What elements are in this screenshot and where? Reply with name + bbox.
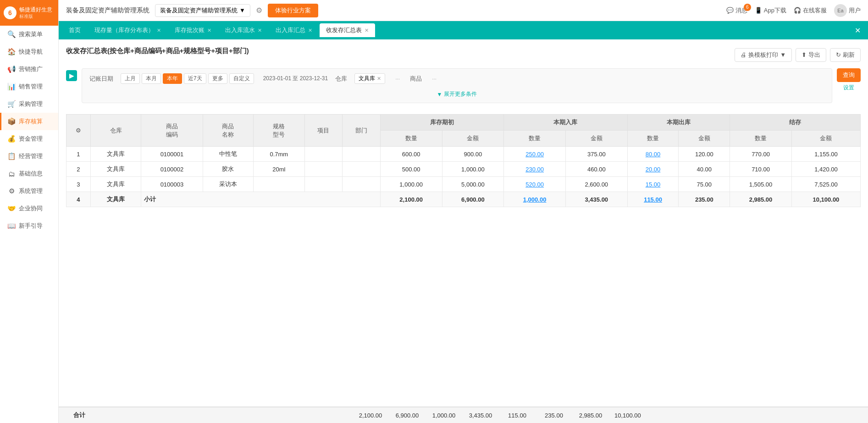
online-service-label: 在线客服 (803, 6, 827, 15)
tab-receipt-issue[interactable]: 收发存汇总表 ✕ (320, 23, 375, 37)
tab-home-label: 首页 (69, 26, 81, 34)
user-menu[interactable]: Ea 用户 (834, 4, 861, 17)
col-settings-header[interactable]: ⚙ (66, 115, 91, 147)
sidebar-label-purchase: 采购管理 (19, 100, 43, 108)
message-button[interactable]: 💬 消息 6 (726, 6, 747, 15)
warehouse-tag-remove[interactable]: ✕ (377, 76, 381, 82)
sidebar-item-search[interactable]: 🔍 搜索菜单 (0, 26, 58, 43)
online-service-button[interactable]: 🎧 在线客服 (794, 6, 827, 15)
logo-subtitle: 标准版 (19, 13, 52, 20)
sidebar-item-basic[interactable]: 🗂 基础信息 (0, 165, 58, 182)
expand-more-btn[interactable]: ▼ 展开更多条件 (437, 90, 477, 98)
row1-in-qty[interactable]: 250.00 (504, 147, 566, 162)
basic-icon: 🗂 (7, 170, 16, 178)
date-btn-this-year[interactable]: 本年 (163, 73, 182, 84)
subtotal-out-amt: 235.00 (679, 192, 730, 207)
sidebar-item-marketing[interactable]: 📢 营销推广 (0, 60, 58, 78)
tab-bar: 首页 现存量（库存分布表） ✕ 库存批次账 ✕ 出入库流水 ✕ 出入库汇总 ✕ … (59, 21, 868, 39)
sidebar-item-purchase[interactable]: 🛒 采购管理 (0, 95, 58, 113)
system-selector[interactable]: 装备及固定资产辅助管理系统 ▼ (155, 4, 250, 17)
date-btn-last-month[interactable]: 上月 (121, 73, 140, 84)
col-settings-icon[interactable]: ⚙ (76, 127, 81, 134)
col-product-name-header: 商品名称 (203, 115, 253, 147)
footer-bal-qty: 2,985.00 (572, 412, 609, 419)
row3-code: 0100003 (141, 177, 203, 192)
tab-inventory-dist[interactable]: 现存量（库存分布表） ✕ (88, 23, 167, 37)
subtotal-in-qty[interactable]: 1,000.00 (504, 192, 566, 207)
query-button[interactable]: 查询 (837, 68, 861, 82)
row1-bal-amt: 1,155.00 (791, 147, 860, 162)
sidebar-item-finance[interactable]: 💰 资金管理 (0, 130, 58, 148)
row2-out-qty[interactable]: 20.00 (627, 162, 679, 177)
subtotal-open-amt: 6,900.00 (442, 192, 504, 207)
row1-out-qty[interactable]: 80.00 (627, 147, 679, 162)
col-dept-header: 部门 (343, 115, 381, 147)
tab-batch[interactable]: 库存批次账 ✕ (168, 23, 218, 37)
export-label: 导出 (808, 51, 820, 59)
date-btn-7days[interactable]: 近7天 (184, 73, 206, 84)
row3-out-qty[interactable]: 15.00 (627, 177, 679, 192)
date-btn-custom[interactable]: 自定义 (229, 73, 254, 84)
sidebar-label-sales: 销售管理 (19, 82, 43, 91)
warehouse-more-btn[interactable]: ··· (393, 75, 403, 83)
tab-batch-label: 库存批次账 (175, 26, 205, 34)
tab-flow[interactable]: 出入库流水 ✕ (219, 23, 268, 37)
tab-close-receipt-issue[interactable]: ✕ (365, 27, 369, 33)
col-opening-group-header: 库存期初 (380, 115, 503, 131)
sidebar-item-quick-nav[interactable]: 🏠 快捷导航 (0, 43, 58, 60)
refresh-button[interactable]: ↻ 刷新 (830, 48, 861, 62)
row2-bal-qty: 710.00 (730, 162, 792, 177)
filter-toggle-btn[interactable]: ▶ (66, 70, 77, 81)
sidebar-item-operations[interactable]: 📋 经营管理 (0, 148, 58, 165)
date-btn-more[interactable]: 更多 (208, 73, 227, 84)
row3-bal-amt: 7,525.00 (791, 177, 860, 192)
tab-summary[interactable]: 出入库汇总 ✕ (269, 23, 319, 37)
settings-button[interactable]: 设置 (837, 84, 861, 92)
col-warehouse-header: 仓库 (90, 115, 141, 147)
sidebar-item-enterprise[interactable]: 🤝 企业协同 (0, 200, 58, 217)
app-download-button[interactable]: 📱 App下载 (755, 6, 786, 15)
subtotal-label: 小计 (141, 192, 381, 207)
close-window-icon[interactable]: ✕ (851, 26, 864, 35)
row3-name: 采访本 (203, 177, 253, 192)
tab-summary-label: 出入库汇总 (276, 26, 305, 34)
row2-in-qty[interactable]: 230.00 (504, 162, 566, 177)
data-table: ⚙ 仓库 商品编码 商品名称 规格型号 项目 部门 库存期初 本期入库 本期出库… (66, 114, 861, 207)
sidebar-item-inventory[interactable]: 📦 库存核算 (0, 113, 58, 130)
print-template-button[interactable]: 🖨 换模板打印 ▼ (735, 48, 792, 62)
tab-close-flow[interactable]: ✕ (258, 27, 262, 33)
print-template-label: 换模板打印 (748, 51, 778, 59)
subtotal-open-qty: 2,100.00 (380, 192, 442, 207)
tab-inventory-dist-label: 现存量（库存分布表） (94, 26, 154, 34)
goods-more-btn[interactable]: ··· (429, 75, 439, 83)
footer-out-qty: 115.00 (499, 412, 536, 419)
col-outbound-group-header: 本期出库 (627, 115, 730, 131)
tab-close-inventory-dist[interactable]: ✕ (157, 27, 161, 33)
sidebar: 6 畅捷通好生意 标准版 🔍 搜索菜单 🏠 快捷导航 📢 营销推广 📊 销售管理… (0, 0, 59, 423)
phone-icon: 📱 (755, 7, 762, 14)
tab-close-summary[interactable]: ✕ (308, 27, 312, 33)
sidebar-item-sales[interactable]: 📊 销售管理 (0, 78, 58, 95)
row2-open-qty: 500.00 (380, 162, 442, 177)
system-icon: ⚙ (7, 187, 16, 195)
experience-button[interactable]: 体验行业方案 (268, 4, 318, 17)
table-row: 2 文具库 0100002 胶水 20ml 500.00 1,000.00 23… (66, 162, 861, 177)
date-btn-this-month[interactable]: 本月 (142, 73, 161, 84)
row3-in-qty[interactable]: 520.00 (504, 177, 566, 192)
footer-open-qty: 2,100.00 (352, 412, 389, 419)
subtotal-bal-amt: 10,100.00 (791, 192, 860, 207)
date-buttons: 上月 本月 本年 近7天 更多 自定义 (121, 73, 254, 84)
subtotal-out-qty[interactable]: 115.00 (627, 192, 679, 207)
table-row: 3 文具库 0100003 采访本 1,000.00 5,000.00 520.… (66, 177, 861, 192)
sidebar-item-system[interactable]: ⚙ 系统管理 (0, 182, 58, 200)
logo-title: 畅捷通好生意 (19, 6, 52, 14)
gear-icon[interactable]: ⚙ (256, 6, 262, 15)
sidebar-label-quick-nav: 快捷导航 (19, 48, 43, 56)
row1-spec: 0.7mm (253, 147, 304, 162)
tab-home[interactable]: 首页 (62, 23, 87, 37)
subtotal-bal-qty: 2,985.00 (730, 192, 792, 207)
export-button[interactable]: ⬆ 导出 (796, 48, 826, 62)
tab-close-batch[interactable]: ✕ (207, 27, 211, 33)
warehouse-filter-label: 仓库 (335, 75, 347, 83)
sidebar-item-guide[interactable]: 📖 新手引导 (0, 217, 58, 235)
